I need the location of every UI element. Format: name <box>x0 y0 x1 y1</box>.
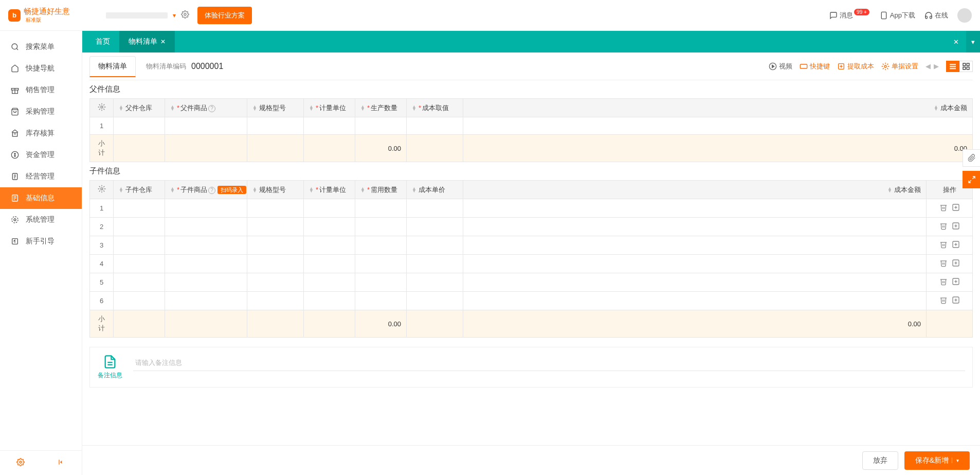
info-icon[interactable]: ? <box>208 187 215 194</box>
svg-rect-32 <box>963 63 966 66</box>
col-parent-amount[interactable]: ▲▼成本金额 <box>463 99 973 117</box>
org-selector[interactable]: ▾ <box>106 10 189 20</box>
delete-row-icon[interactable] <box>939 205 948 213</box>
tabs-more[interactable]: ▾ <box>966 31 980 52</box>
col-child-price[interactable]: ▲▼成本单价 <box>407 181 463 199</box>
sidebar-item-0[interactable]: 搜索菜单 <box>0 36 82 58</box>
add-row-icon[interactable] <box>952 279 960 287</box>
col-child-amount[interactable]: ▲▼成本金额 <box>463 181 927 199</box>
svg-point-0 <box>184 13 186 15</box>
table-row[interactable]: 1 <box>90 117 973 135</box>
gear-icon <box>881 62 890 71</box>
sidebar-item-4[interactable]: 库存核算 <box>0 122 82 144</box>
add-row-icon[interactable] <box>952 242 960 250</box>
collapse-sidebar-icon[interactable] <box>57 458 65 468</box>
delete-row-icon[interactable] <box>939 279 948 287</box>
sidebar-item-label: 搜索菜单 <box>26 42 55 51</box>
sidebar-item-5[interactable]: 资金管理 <box>0 144 82 166</box>
delete-row-icon[interactable] <box>939 242 948 250</box>
col-child-warehouse[interactable]: ▲▼子件仓库 <box>114 181 165 199</box>
chevron-down-icon[interactable]: ▾ <box>952 458 959 463</box>
add-row-icon[interactable] <box>952 298 960 306</box>
table-row[interactable]: 3 <box>90 236 973 255</box>
discard-button[interactable]: 放弃 <box>862 451 898 470</box>
avatar[interactable] <box>957 8 972 23</box>
col-child-spec[interactable]: ▲▼规格型号 <box>247 181 304 199</box>
column-settings[interactable] <box>90 181 114 199</box>
col-child-unit[interactable]: ▲▼*计量单位 <box>304 181 355 199</box>
svg-rect-30 <box>950 66 956 67</box>
sidebar-item-8[interactable]: 系统管理 <box>0 209 82 231</box>
close-icon[interactable]: ✕ <box>160 38 166 45</box>
shortcut-link[interactable]: 快捷键 <box>800 62 830 71</box>
col-child-qty[interactable]: ▲▼*需用数量 <box>355 181 407 199</box>
info-icon[interactable]: ? <box>208 105 215 112</box>
table-row[interactable]: 1 <box>90 199 973 218</box>
col-parent-warehouse[interactable]: ▲▼父件仓库 <box>114 99 165 117</box>
add-row-icon[interactable] <box>952 205 960 213</box>
svg-rect-33 <box>967 63 969 66</box>
attachment-button[interactable] <box>963 149 980 167</box>
messages-label: 消息 <box>840 11 853 20</box>
doc-settings-link[interactable]: 单据设置 <box>881 62 918 71</box>
page-header: 物料清单 物料清单编码 0000001 视频 快捷键 提取成本 <box>89 52 973 80</box>
parent-section-title: 父件信息 <box>89 84 973 94</box>
home-icon <box>10 64 20 73</box>
sidebar-item-9[interactable]: 新手引导 <box>0 231 82 252</box>
next-record-button[interactable]: ▶ <box>934 62 939 70</box>
col-parent-qty[interactable]: ▲▼*生产数量 <box>355 99 407 117</box>
col-parent-unit[interactable]: ▲▼*计量单位 <box>304 99 355 117</box>
col-parent-product[interactable]: ▲▼*父件商品? <box>165 99 247 117</box>
promo-button[interactable]: 体验行业方案 <box>197 7 252 24</box>
tab-bom[interactable]: 物料清单 ✕ <box>119 31 175 52</box>
svg-line-4 <box>16 48 18 50</box>
delete-row-icon[interactable] <box>939 261 948 269</box>
video-link[interactable]: 视频 <box>769 62 792 71</box>
svg-point-3 <box>12 44 17 49</box>
bag-icon <box>10 107 20 116</box>
add-row-icon[interactable] <box>952 261 960 269</box>
code-value: 0000001 <box>191 62 223 71</box>
expand-button[interactable] <box>963 171 980 188</box>
sidebar-item-3[interactable]: 采购管理 <box>0 101 82 122</box>
settings-icon[interactable] <box>16 458 25 468</box>
sys-icon <box>10 215 20 224</box>
save-new-button[interactable]: 保存&新增 ▾ <box>904 451 970 470</box>
gear-icon[interactable] <box>181 10 189 20</box>
close-all-tabs[interactable]: ✕ <box>946 31 966 52</box>
logo[interactable]: b 畅捷通好生意 标准版 <box>8 7 70 24</box>
view-list-button[interactable] <box>946 61 959 72</box>
col-parent-cost-method[interactable]: ▲▼*成本取值 <box>407 99 463 117</box>
extract-cost-link[interactable]: 提取成本 <box>837 62 874 71</box>
prev-record-button[interactable]: ◀ <box>925 62 931 70</box>
tab-home[interactable]: 首页 <box>86 31 119 52</box>
svg-point-20 <box>14 219 16 221</box>
play-icon <box>769 62 777 71</box>
online-support-button[interactable]: 在线 <box>924 11 948 20</box>
view-grid-button[interactable] <box>959 61 973 72</box>
column-settings[interactable] <box>90 99 114 117</box>
col-child-product[interactable]: ▲▼*子件商品?扫码录入 <box>165 181 247 199</box>
app-download-button[interactable]: App下载 <box>880 11 915 20</box>
table-row[interactable]: 5 <box>90 273 973 292</box>
chat-icon <box>829 11 838 20</box>
list-icon <box>949 62 957 71</box>
sidebar-item-6[interactable]: 经营管理 <box>0 166 82 187</box>
delete-row-icon[interactable] <box>939 224 948 232</box>
sidebar-item-7[interactable]: 基础信息 <box>0 187 82 209</box>
add-row-icon[interactable] <box>952 224 960 232</box>
table-row[interactable]: 6 <box>90 292 973 310</box>
online-label: 在线 <box>935 11 948 20</box>
note-icon <box>103 355 117 369</box>
delete-row-icon[interactable] <box>939 298 948 306</box>
table-row[interactable]: 2 <box>90 218 973 236</box>
messages-button[interactable]: 消息 99 + <box>829 11 870 20</box>
svg-rect-26 <box>800 64 807 68</box>
scan-input-button[interactable]: 扫码录入 <box>217 186 246 194</box>
sidebar-item-2[interactable]: 销售管理 <box>0 79 82 101</box>
table-row[interactable]: 4 <box>90 255 973 273</box>
sidebar-item-1[interactable]: 快捷导航 <box>0 58 82 79</box>
remark-label: 备注信息 <box>97 371 123 380</box>
remark-input[interactable] <box>133 355 965 371</box>
col-parent-spec[interactable]: ▲▼规格型号 <box>247 99 304 117</box>
